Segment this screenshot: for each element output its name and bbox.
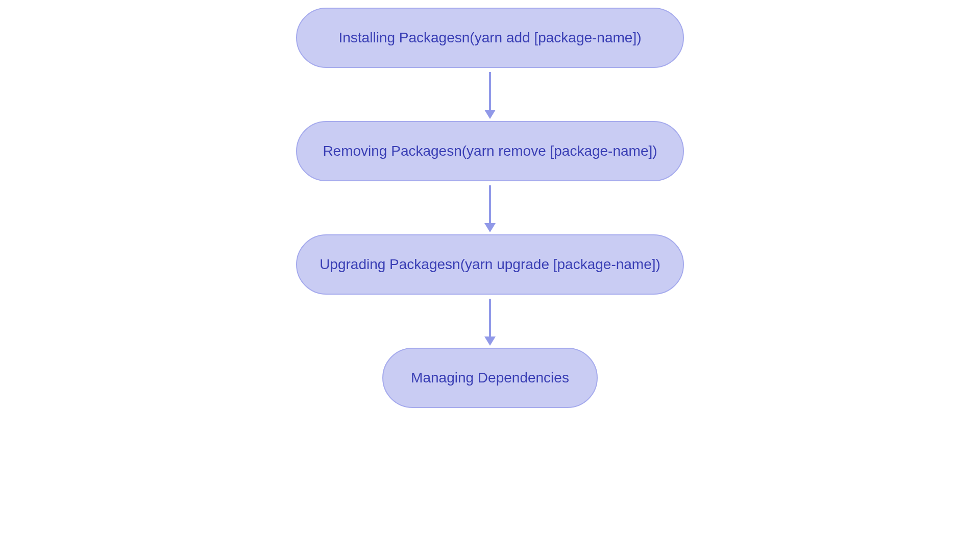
arrow-icon bbox=[489, 299, 491, 344]
flowchart-node-removing: Removing Packagesn(yarn remove [package-… bbox=[296, 121, 684, 181]
node-label: Installing Packagesn(yarn add [package-n… bbox=[338, 30, 641, 46]
node-label: Managing Dependencies bbox=[411, 370, 569, 386]
flowchart-node-installing: Installing Packagesn(yarn add [package-n… bbox=[296, 8, 684, 68]
node-label: Upgrading Packagesn(yarn upgrade [packag… bbox=[320, 256, 660, 273]
node-label: Removing Packagesn(yarn remove [package-… bbox=[323, 143, 657, 159]
arrow-connector-2 bbox=[489, 181, 491, 234]
arrow-icon bbox=[489, 72, 491, 117]
flowchart-node-managing: Managing Dependencies bbox=[382, 348, 598, 408]
arrow-icon bbox=[489, 185, 491, 230]
arrow-connector-1 bbox=[489, 68, 491, 121]
flowchart-node-upgrading: Upgrading Packagesn(yarn upgrade [packag… bbox=[296, 234, 684, 295]
arrow-connector-3 bbox=[489, 295, 491, 348]
